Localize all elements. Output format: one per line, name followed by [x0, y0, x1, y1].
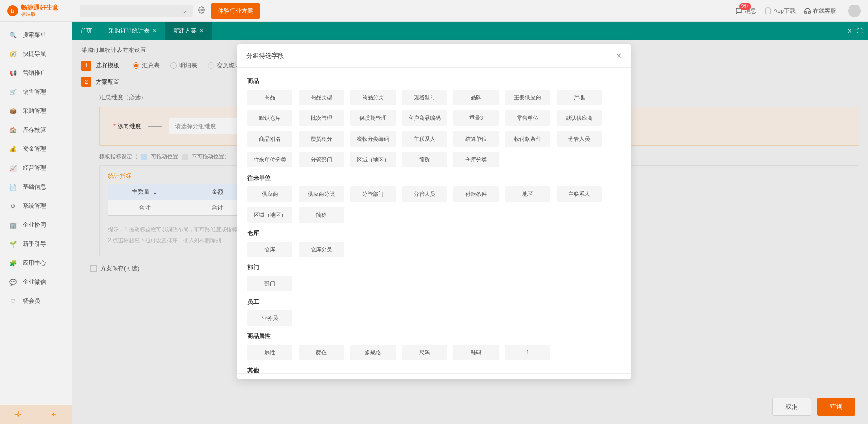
field-chip[interactable]: 保质期管理 — [350, 110, 396, 126]
field-chip[interactable]: 业务员 — [247, 310, 292, 326]
field-chip[interactable]: 供应商 — [247, 186, 292, 202]
group-title-1: 往来单位 — [247, 174, 621, 182]
field-chip[interactable]: 属性 — [247, 345, 292, 360]
field-chip[interactable]: 主联系人 — [402, 131, 447, 147]
field-chip[interactable]: 部门 — [247, 276, 292, 291]
field-chip[interactable]: 规格型号 — [402, 90, 447, 105]
field-chip[interactable]: 商品 — [247, 90, 292, 105]
field-chip[interactable]: 攒货积分 — [299, 131, 344, 147]
field-chip[interactable]: 主要供应商 — [505, 90, 550, 105]
field-chip[interactable]: 1 — [505, 345, 550, 360]
field-chip[interactable]: 仓库分类 — [299, 242, 344, 257]
field-selector-modal: 分组待选字段 ✕ 商品商品商品类型商品分类规格型号品牌主要供应商产地默认仓库批次… — [237, 44, 631, 379]
field-chip[interactable]: 分管人员 — [402, 186, 447, 202]
group-title-5: 商品属性 — [247, 332, 621, 340]
field-chip[interactable]: 客户商品编码 — [402, 110, 447, 126]
field-chip[interactable]: 批次管理 — [299, 110, 344, 126]
field-chip[interactable]: 简称 — [299, 207, 344, 223]
field-chip[interactable]: 区域（地区） — [350, 152, 396, 167]
field-chip[interactable]: 供应商分类 — [299, 186, 344, 202]
field-chip[interactable]: 颜色 — [299, 345, 344, 360]
field-chip[interactable]: 默认供应商 — [557, 110, 602, 126]
group-title-4: 员工 — [247, 298, 621, 306]
field-chip[interactable]: 往来单位分类 — [247, 152, 292, 167]
field-chip[interactable]: 区域（地区） — [247, 207, 292, 223]
field-chip[interactable]: 仓库分类 — [453, 152, 499, 167]
group-title-0: 商品 — [247, 77, 621, 85]
field-chip[interactable]: 鞋码 — [453, 345, 499, 360]
field-chip[interactable]: 收付款条件 — [505, 131, 550, 147]
field-chip[interactable]: 多规格 — [350, 345, 396, 360]
field-chip[interactable]: 税收分类编码 — [350, 131, 396, 147]
field-chip[interactable]: 地区 — [505, 186, 550, 202]
field-chip[interactable]: 分管人员 — [557, 131, 602, 147]
field-chip[interactable]: 主联系人 — [557, 186, 602, 202]
field-chip[interactable]: 简称 — [402, 152, 447, 167]
field-chip[interactable]: 付款条件 — [453, 186, 499, 202]
field-chip[interactable]: 默认仓库 — [247, 110, 292, 126]
field-chip[interactable]: 尺码 — [402, 345, 447, 360]
field-chip[interactable]: 商品分类 — [350, 90, 396, 105]
group-title-2: 仓库 — [247, 229, 621, 237]
field-chip[interactable]: 商品别名 — [247, 131, 292, 147]
field-chip[interactable]: 商品类型 — [299, 90, 344, 105]
field-chip[interactable]: 品牌 — [453, 90, 499, 105]
modal-title: 分组待选字段 — [246, 52, 284, 60]
field-chip[interactable]: 分管部门 — [299, 152, 344, 167]
field-chip[interactable]: 产地 — [557, 90, 602, 105]
field-chip[interactable]: 仓库 — [247, 242, 292, 257]
horizontal-scrollbar[interactable] — [237, 373, 631, 379]
field-chip[interactable]: 结算单位 — [453, 131, 499, 147]
field-chip[interactable]: 分管部门 — [350, 186, 396, 202]
group-title-3: 部门 — [247, 263, 621, 272]
group-title-6: 其他 — [247, 367, 621, 373]
field-chip[interactable]: 重量3 — [453, 110, 499, 126]
close-icon[interactable]: ✕ — [616, 52, 622, 60]
field-chip[interactable]: 零售单位 — [505, 110, 550, 126]
